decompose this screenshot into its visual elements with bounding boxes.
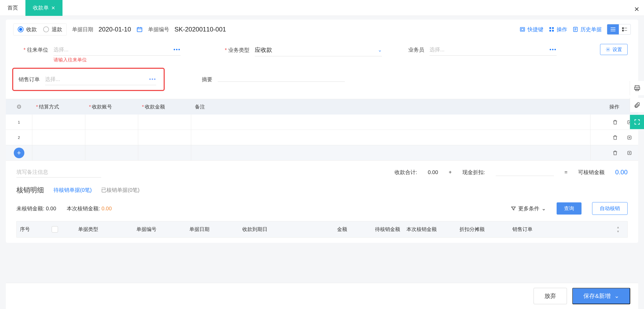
- footer-bar: 放弃 保存&新增 ⌄: [6, 283, 638, 309]
- date-value[interactable]: 2020-01-10: [99, 26, 131, 33]
- summary-bar: 填写备注信息 收款合计: 0.00 + 现金折扣: = 可核销金额 0.00: [6, 161, 638, 178]
- summary-input[interactable]: [218, 77, 345, 82]
- receipt-type-radio-group: 收款 退款: [13, 24, 67, 35]
- col-account: 收款账号: [85, 103, 138, 110]
- col-seq: 序号: [17, 226, 48, 233]
- gear-icon[interactable]: ⚙: [16, 103, 22, 110]
- sort-up-icon[interactable]: ▲: [616, 225, 620, 229]
- payment-table: ⚙ 结算方式 收款账号 收款金额 备注 操作 1 2: [6, 99, 638, 161]
- writeoff-label: 可核销金额: [578, 169, 605, 176]
- expand-icon[interactable]: [630, 115, 644, 129]
- biztype-select[interactable]: 应收款 ⌄: [255, 44, 382, 56]
- svg-rect-6: [552, 30, 554, 31]
- writeoff-header: 核销明细 待核销单据(0笔) 已核销单据(0笔): [6, 178, 638, 195]
- chevron-down-icon: ⌄: [614, 293, 619, 299]
- total-label: 收款合计:: [395, 169, 417, 176]
- settings-button[interactable]: 设置: [600, 44, 628, 55]
- col-amount: 收款金额: [138, 103, 191, 110]
- no-label: 单据编号: [148, 26, 169, 33]
- partner-label: 往来单位: [16, 46, 48, 53]
- salesorder-highlight: 销售订单 选择... •••: [12, 68, 165, 91]
- main-card: 收款 退款 单据日期 2020-01-10 单据编号 SK-20200110-0…: [6, 20, 638, 243]
- writeoff-table: 序号 单据类型 单据编号 单据日期 收款到期日 金额 待核销金额 本次核销金额 …: [16, 221, 628, 238]
- chevron-down-icon: ⌄: [542, 205, 546, 212]
- toolbar: 收款 退款 单据日期 2020-01-10 单据编号 SK-20200110-0…: [6, 20, 638, 39]
- delete-row-icon[interactable]: [610, 119, 620, 125]
- salesorder-select[interactable]: 选择... •••: [45, 74, 156, 85]
- save-button[interactable]: 保存&新增 ⌄: [572, 288, 630, 304]
- layout-compact-icon[interactable]: [607, 24, 619, 34]
- table-row: 1: [6, 115, 638, 130]
- staff-label: 业务员: [392, 46, 424, 53]
- tab-home[interactable]: 首页: [0, 0, 25, 16]
- select-all-checkbox[interactable]: [52, 226, 58, 233]
- tab-bar: 首页 收款单 × ×: [0, 0, 644, 16]
- operate-button[interactable]: 操作: [549, 26, 567, 33]
- biztype-label: 业务类型: [218, 47, 249, 54]
- side-dock: [630, 81, 644, 129]
- copy-row-icon[interactable]: [624, 150, 634, 156]
- partner-error: 请输入往来单位: [53, 57, 207, 63]
- more-filter-button[interactable]: 更多条件 ⌄: [511, 205, 546, 212]
- tab-receipt-label: 收款单: [33, 4, 49, 11]
- col-allocdisc: 折扣分摊额: [456, 226, 509, 233]
- radio-refund[interactable]: 退款: [43, 26, 62, 33]
- svg-rect-3: [549, 27, 551, 29]
- delete-row-icon[interactable]: [610, 150, 620, 156]
- writeoff-title: 核销明细: [16, 185, 44, 195]
- tab-done-writeoff[interactable]: 已核销单据(0笔): [101, 187, 139, 194]
- col-method: 结算方式: [32, 103, 85, 110]
- svg-rect-0: [137, 28, 142, 32]
- shortcut-button[interactable]: 快捷键: [520, 26, 543, 33]
- col-date: 单据日期: [186, 226, 239, 233]
- add-row-button[interactable]: +: [14, 148, 24, 158]
- memo-input[interactable]: 填写备注信息: [16, 167, 101, 178]
- sort-down-icon[interactable]: ▼: [616, 230, 620, 233]
- writeoff-filter: 未核销金额: 0.00 本次核销金额: 0.00 更多条件 ⌄ 查询 自动核销: [6, 195, 638, 221]
- svg-rect-4: [552, 27, 554, 29]
- discount-label: 现金折扣:: [462, 169, 485, 176]
- date-label: 单据日期: [72, 26, 93, 33]
- tab-receipt[interactable]: 收款单 ×: [25, 0, 62, 16]
- copy-row-icon[interactable]: [624, 135, 634, 140]
- print-icon[interactable]: [630, 81, 644, 95]
- radio-receive[interactable]: 收款: [18, 26, 37, 33]
- svg-rect-1: [520, 28, 525, 31]
- table-add-row: +: [6, 145, 638, 161]
- col-type: 单据类型: [75, 226, 133, 233]
- layout-list-icon[interactable]: [619, 24, 630, 34]
- col-remark: 备注: [191, 103, 591, 110]
- abandon-button[interactable]: 放弃: [534, 288, 567, 304]
- layout-toggle: [607, 24, 631, 35]
- svg-rect-5: [549, 30, 551, 31]
- total-value: 0.00: [428, 169, 438, 175]
- close-page-icon[interactable]: ×: [634, 4, 639, 14]
- query-button[interactable]: 查询: [557, 202, 582, 215]
- no-value: SK-20200110-001: [175, 26, 226, 33]
- close-tab-icon[interactable]: ×: [51, 4, 55, 12]
- partner-select[interactable]: 选择... •••: [53, 44, 181, 56]
- svg-rect-2: [521, 28, 524, 30]
- col-due: 收款到期日: [239, 226, 297, 233]
- auto-writeoff-button[interactable]: 自动核销: [592, 202, 628, 215]
- tab-pending-writeoff[interactable]: 待核销单据(0笔): [53, 187, 92, 194]
- summary-label: 摘要: [191, 76, 212, 83]
- staff-select[interactable]: 选择... •••: [430, 44, 557, 56]
- history-button[interactable]: 历史单据: [573, 26, 602, 33]
- attachment-icon[interactable]: [630, 98, 644, 112]
- more-icon: •••: [549, 47, 557, 53]
- svg-rect-9: [622, 30, 624, 31]
- svg-rect-8: [622, 28, 624, 29]
- salesorder-label: 销售订单: [19, 76, 40, 83]
- form-zone: 往来单位 选择... ••• 请输入往来单位 业务类型 应收款 ⌄: [6, 39, 638, 91]
- delete-row-icon[interactable]: [610, 135, 620, 140]
- svg-point-10: [607, 49, 609, 50]
- discount-input[interactable]: [496, 169, 554, 176]
- col-pending: 待核销金额: [350, 226, 403, 233]
- col-no: 单据编号: [133, 226, 186, 233]
- calendar-icon[interactable]: [136, 26, 143, 33]
- chevron-down-icon: ⌄: [378, 47, 382, 53]
- col-this: 本次核销金额: [403, 226, 456, 233]
- table-row: 2: [6, 130, 638, 145]
- more-icon: •••: [173, 47, 181, 53]
